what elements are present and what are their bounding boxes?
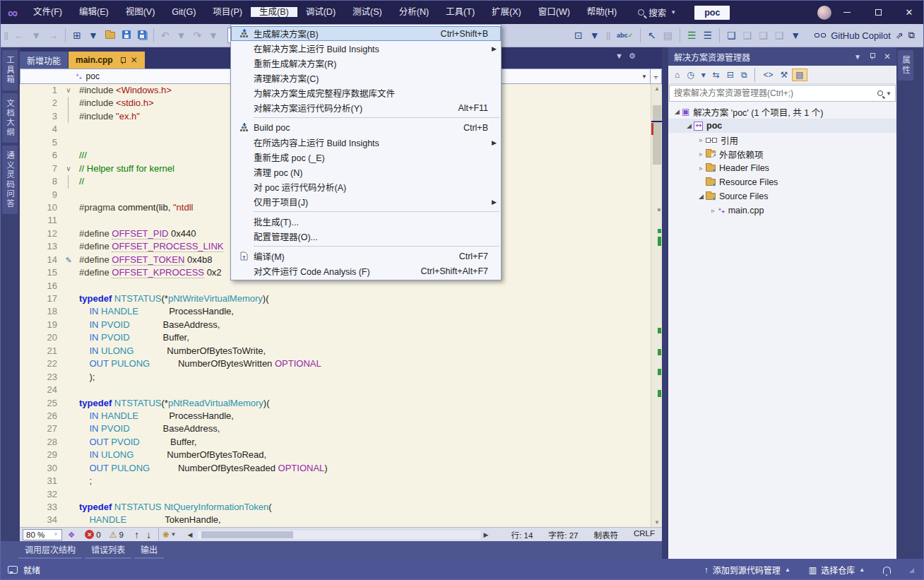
fold-margin[interactable]	[61, 227, 76, 240]
fold-margin[interactable]	[61, 501, 76, 514]
search-options-caret[interactable]: ▼	[886, 90, 892, 97]
build-menu-item[interactable]: 重新生成解决方案(R)	[231, 56, 501, 71]
bottom-panel-tab[interactable]: 错误列表	[85, 541, 131, 560]
code-cleanup-icon[interactable]: ❋	[162, 530, 170, 540]
editor-vertical-scrollbar[interactable]: ▲ ▼	[651, 84, 662, 527]
side-tab[interactable]: 文档大纲	[2, 93, 18, 143]
copy-path-icon[interactable]: ⧉	[738, 69, 750, 81]
side-tab[interactable]: 通义灵码问答	[2, 146, 18, 214]
prev-issue-icon[interactable]: ↑	[131, 529, 143, 540]
menubar-item[interactable]: 测试(S)	[344, 7, 391, 17]
bookmark-icon[interactable]: ❏	[723, 30, 740, 41]
bottom-panel-tab[interactable]: 调用层次结构	[18, 541, 82, 560]
window-layout-caret[interactable]: ▼	[586, 30, 603, 41]
tab-pin-icon[interactable]	[119, 57, 126, 64]
toolbar-drag-handle[interactable]: ⣿	[606, 32, 610, 40]
build-menu-item[interactable]: 在解决方案上运行 Build Insights▶	[231, 41, 501, 56]
navbar-caret-icon[interactable]: ▼	[641, 73, 647, 80]
build-menu-item[interactable]: 对文件运行 Code Analysis (F)Ctrl+Shift+Alt+F7	[231, 264, 501, 278]
indent-lines-icon[interactable]: ☰	[684, 30, 700, 41]
collapse-all-icon[interactable]: ⊟	[724, 69, 737, 81]
github-copilot-button[interactable]: GitHub Copilot ⇗ ⧉	[815, 30, 915, 41]
build-menu-item[interactable]: 对 poc 运行代码分析(A)	[231, 179, 501, 194]
tab-list-caret-icon[interactable]: ▼	[615, 52, 623, 61]
bottom-panel-tab[interactable]: 输出	[134, 541, 164, 560]
navigate-back-caret[interactable]: ▼	[28, 30, 45, 41]
view-code-icon[interactable]: <>	[760, 69, 776, 81]
navigate-back-icon[interactable]: ←	[11, 30, 28, 41]
menubar-item[interactable]: Git(G)	[163, 7, 204, 17]
fold-margin[interactable]	[61, 189, 76, 201]
notifications-bell-icon[interactable]	[883, 567, 891, 574]
build-menu-item[interactable]: 仅用于项目(J)▶	[231, 194, 501, 209]
fold-margin[interactable]	[61, 449, 76, 461]
spell-check-icon[interactable]: abc✓	[613, 32, 636, 39]
paste-icon[interactable]: ▤	[660, 30, 676, 41]
document-tab[interactable]: main.cpp✕	[69, 52, 145, 69]
tree-item[interactable]: Resource Files	[668, 175, 896, 189]
build-menu-item[interactable]: 对解决方案运行代码分析(Y)Alt+F11	[231, 100, 501, 115]
fold-margin[interactable]	[61, 149, 76, 162]
feedback-icon[interactable]	[8, 566, 18, 574]
clear-bookmarks-icon[interactable]: ❏	[771, 30, 788, 41]
menubar-item[interactable]: 扩展(X)	[483, 7, 530, 17]
panel-pin-icon[interactable]	[870, 53, 875, 60]
fold-margin[interactable]	[61, 345, 76, 357]
build-menu-item[interactable]: Build pocCtrl+B	[231, 120, 501, 135]
copilot-chat-icon[interactable]: ⧉	[908, 30, 915, 41]
warning-count[interactable]: ⚠ 9	[109, 530, 124, 540]
tree-item[interactable]: ◢▣解决方案 'poc' (1 个项目, 共 1 个)	[668, 105, 896, 119]
scroll-down-icon[interactable]: ▼	[651, 519, 663, 526]
fold-margin[interactable]	[61, 123, 76, 136]
solution-explorer-header[interactable]: 解决方案资源管理器 ▼ ✕	[668, 47, 896, 66]
prev-bookmark-icon[interactable]: ❏	[740, 30, 756, 41]
build-menu-item[interactable]: 清理 poc (N)	[231, 165, 501, 179]
build-menu-item[interactable]: 配置管理器(O)...	[231, 229, 501, 244]
fold-margin[interactable]	[61, 371, 76, 384]
build-menu-item[interactable]: 批生成(T)...	[231, 214, 501, 229]
save-all-icon[interactable]	[134, 30, 150, 41]
select-repository-button[interactable]: ▥ 选择仓库 ▲	[809, 564, 865, 576]
maximize-button[interactable]	[863, 1, 894, 24]
search-value-box[interactable]: poc	[694, 6, 730, 20]
hscroll-right-icon[interactable]: ▶	[483, 531, 488, 538]
tab-close-icon[interactable]: ✕	[131, 55, 138, 65]
close-button[interactable]: ✕	[894, 1, 924, 24]
side-tab[interactable]: 工具箱	[2, 50, 18, 90]
format-document-icon[interactable]: ☰	[699, 30, 716, 41]
fold-margin[interactable]	[61, 331, 76, 344]
menubar-item[interactable]: 生成(B)	[251, 7, 297, 17]
tree-expanded-icon[interactable]: ◢	[673, 108, 682, 115]
fold-margin[interactable]	[61, 305, 76, 318]
quick-search[interactable]: 搜索 ▼	[638, 6, 676, 19]
build-menu-item[interactable]: 编译(M)Ctrl+F7	[231, 249, 501, 264]
tree-collapsed-icon[interactable]: ▹	[697, 165, 706, 172]
fold-margin[interactable]: ✎	[61, 254, 76, 266]
tree-collapsed-icon[interactable]: ▹	[697, 136, 706, 143]
resize-grip[interactable]: ◢	[909, 567, 915, 574]
next-bookmark-icon[interactable]: ❏	[755, 30, 771, 41]
open-file-icon[interactable]	[102, 30, 119, 41]
panel-menu-caret-icon[interactable]: ▼	[854, 53, 861, 61]
fold-margin[interactable]	[61, 514, 76, 526]
code-cleanup-caret[interactable]: ▼	[171, 531, 177, 538]
fold-margin[interactable]	[61, 319, 76, 331]
fold-margin[interactable]	[61, 240, 76, 253]
build-menu-item[interactable]: 为解决方案生成完整程序数据库文件	[231, 85, 501, 100]
fold-margin[interactable]	[61, 397, 76, 410]
pending-changes-icon[interactable]: ◷	[684, 69, 697, 81]
redo-caret[interactable]: ▼	[205, 30, 222, 41]
sync-selection-icon[interactable]: ⇆	[710, 69, 723, 81]
tree-item[interactable]: ▹Header Files	[668, 161, 896, 175]
fold-margin[interactable]	[61, 175, 76, 188]
fold-margin[interactable]	[61, 436, 76, 449]
panel-splitter[interactable]	[662, 47, 668, 559]
save-icon[interactable]	[119, 30, 134, 41]
navigate-forward-icon[interactable]: →	[45, 30, 61, 41]
fold-margin[interactable]	[61, 462, 76, 475]
menubar-item[interactable]: 视图(V)	[117, 7, 164, 17]
select-cursor-icon[interactable]: ↖	[644, 30, 660, 41]
menubar-item[interactable]: 帮助(H)	[579, 7, 625, 17]
properties-wrench-icon[interactable]: ⚒	[777, 69, 790, 81]
eol-indicator[interactable]: CRLF	[634, 529, 655, 540]
